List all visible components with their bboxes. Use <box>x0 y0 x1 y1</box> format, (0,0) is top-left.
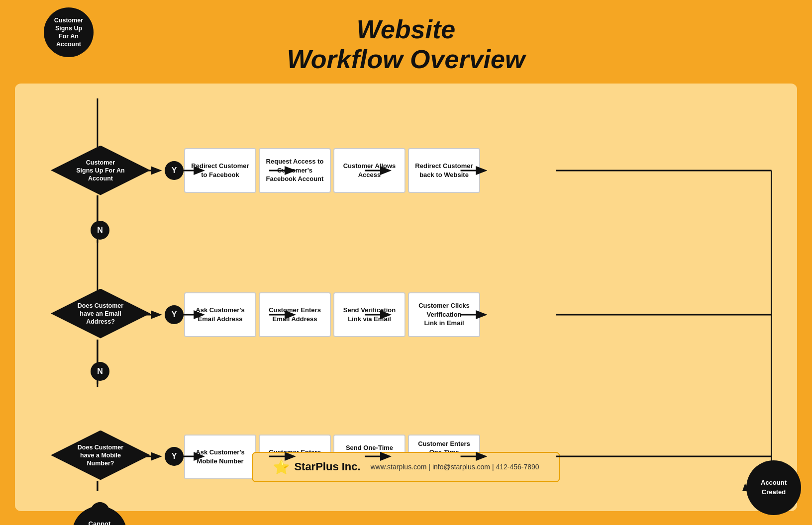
y-node-2: Y <box>165 305 184 324</box>
p1-label: Redirect Customer to Facebook <box>191 162 249 179</box>
p3-label: Customer Allows Access <box>343 162 396 179</box>
star-icon: ⭐ <box>273 459 290 475</box>
title-line2: Workflow Overview <box>287 45 525 74</box>
process-ask-mobile: Ask Customer's Mobile Number <box>184 435 256 479</box>
title-line1: Website <box>357 15 455 44</box>
outer-container: Customer Signs Up For An Account Website… <box>0 0 812 525</box>
diamond-email: Does Customer have an Email Address? <box>51 289 150 339</box>
cannot-create-label: Cannot Create Account <box>87 520 112 525</box>
company-name: StarPlus Inc. <box>294 460 360 473</box>
page-title: Website Workflow Overview <box>15 15 797 75</box>
terminal-cannot-create: Cannot Create Account <box>72 506 127 525</box>
p7-label: Send Verification Link via Email <box>343 306 396 323</box>
footer-contact: www.starplus.com | info@starplus.com | 4… <box>371 463 539 471</box>
flowchart-area: Customer Signs Up For An Account Y N Doe… <box>35 98 777 491</box>
footer-logo: ⭐ StarPlus Inc. <box>273 459 360 475</box>
process-allows-access: Customer Allows Access <box>333 148 406 193</box>
process-redirect-facebook: Redirect Customer to Facebook <box>184 148 256 193</box>
process-ask-email: Ask Customer's Email Address <box>184 292 256 337</box>
p4-label: Redirect Customer back to Website <box>415 162 473 179</box>
footer: ⭐ StarPlus Inc. www.starplus.com | info@… <box>252 452 560 482</box>
process-send-verification: Send Verification Link via Email <box>333 292 406 337</box>
p9-label: Ask Customer's Mobile Number <box>196 448 244 465</box>
diamond-signup-label: Customer Signs Up For An Account <box>66 158 135 182</box>
p8-label: Customer Clicks Verification Link in Ema… <box>418 301 470 328</box>
process-click-verification: Customer Clicks Verification Link in Ema… <box>408 292 480 337</box>
p2-label: Request Access to Customer's Facebook Ac… <box>266 157 324 183</box>
p6-label: Customer Enters Email Address <box>269 306 321 323</box>
y-node-3: Y <box>165 447 184 466</box>
n-node-1: N <box>91 221 109 240</box>
diamond-signup: Customer Signs Up For An Account <box>51 146 150 195</box>
p5-label: Ask Customer's Email Address <box>196 306 244 323</box>
process-redirect-website: Redirect Customer back to Website <box>408 148 480 193</box>
diamond-email-label: Does Customer have an Email Address? <box>66 301 135 326</box>
flowchart-card: Customer Signs Up For An Account Y N Doe… <box>15 84 797 511</box>
diamond-mobile-label: Does Customer have a Mobile Number? <box>66 443 135 467</box>
start-node: Customer Signs Up For An Account <box>44 7 94 57</box>
process-request-access: Request Access to Customer's Facebook Ac… <box>259 148 331 193</box>
y-node-1: Y <box>165 161 184 180</box>
process-enter-email: Customer Enters Email Address <box>259 292 331 337</box>
terminal-account-created: Account Created <box>746 460 801 515</box>
account-created-label: Account Created <box>761 478 787 496</box>
n-node-2: N <box>91 362 109 381</box>
diamond-mobile: Does Customer have a Mobile Number? <box>51 431 150 480</box>
